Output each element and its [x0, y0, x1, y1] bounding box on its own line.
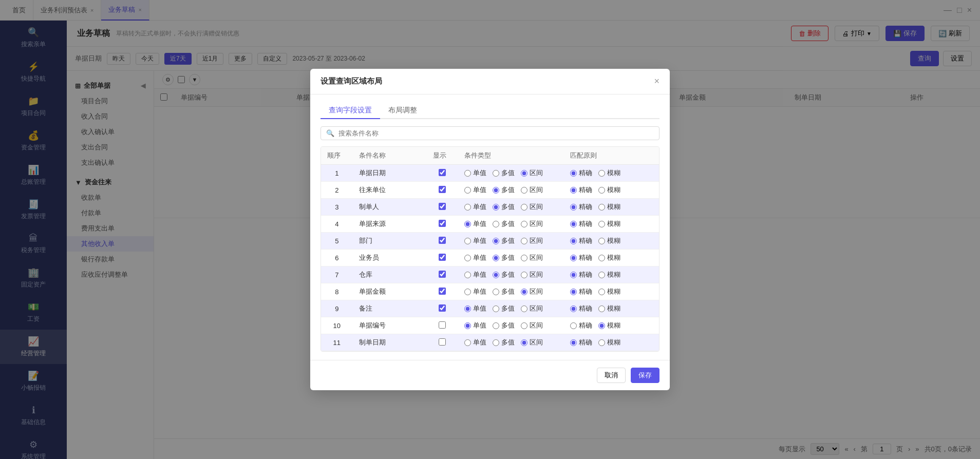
radio-type-input[interactable] [493, 339, 499, 346]
radio-match-input[interactable] [570, 339, 577, 346]
radio-type-input[interactable] [464, 204, 471, 211]
radio-type-多值[interactable]: 多值 [493, 338, 515, 347]
modal-tab-fields[interactable]: 查询字段设置 [321, 103, 380, 119]
radio-match-精确[interactable]: 精确 [570, 338, 592, 347]
radio-type-input[interactable] [464, 339, 471, 346]
radio-type-区间[interactable]: 区间 [521, 338, 543, 347]
radio-match-input[interactable] [570, 238, 577, 244]
radio-type-单值[interactable]: 单值 [464, 304, 486, 313]
modal-tab-layout[interactable]: 布局调整 [380, 103, 425, 119]
radio-match-模糊[interactable]: 模糊 [598, 270, 620, 279]
radio-type-单值[interactable]: 单值 [464, 168, 486, 178]
radio-match-input[interactable] [570, 322, 577, 329]
radio-match-模糊[interactable]: 模糊 [598, 338, 620, 347]
radio-match-精确[interactable]: 精确 [570, 236, 592, 245]
radio-type-input[interactable] [464, 289, 471, 295]
radio-match-精确[interactable]: 精确 [570, 270, 592, 279]
radio-type-多值[interactable]: 多值 [493, 168, 515, 178]
radio-type-区间[interactable]: 区间 [521, 304, 543, 313]
radio-type-input[interactable] [464, 221, 471, 227]
radio-match-精确[interactable]: 精确 [570, 287, 592, 296]
radio-match-input[interactable] [570, 289, 577, 295]
radio-type-区间[interactable]: 区间 [521, 253, 543, 262]
radio-type-input[interactable] [521, 289, 527, 295]
radio-type-多值[interactable]: 多值 [493, 219, 515, 228]
radio-type-input[interactable] [464, 238, 471, 244]
radio-type-input[interactable] [493, 322, 499, 329]
radio-type-input[interactable] [493, 305, 499, 312]
radio-type-input[interactable] [493, 272, 499, 278]
radio-match-模糊[interactable]: 模糊 [598, 185, 620, 195]
radio-type-区间[interactable]: 区间 [521, 236, 543, 245]
radio-match-input[interactable] [598, 221, 605, 227]
radio-type-区间[interactable]: 区间 [521, 321, 543, 330]
radio-type-input[interactable] [493, 187, 499, 194]
row-show-checkbox[interactable] [439, 288, 446, 295]
row-show-checkbox[interactable] [439, 338, 446, 346]
radio-match-input[interactable] [570, 204, 577, 211]
row-show-checkbox[interactable] [439, 220, 446, 227]
radio-match-模糊[interactable]: 模糊 [598, 287, 620, 296]
modal-save-button[interactable]: 保存 [631, 368, 659, 383]
radio-type-区间[interactable]: 区间 [521, 270, 543, 279]
radio-match-input[interactable] [570, 170, 577, 177]
radio-type-input[interactable] [521, 339, 527, 346]
radio-type-多值[interactable]: 多值 [493, 202, 515, 212]
radio-match-input[interactable] [570, 221, 577, 227]
radio-match-模糊[interactable]: 模糊 [598, 321, 620, 330]
radio-match-input[interactable] [598, 170, 605, 177]
radio-type-单值[interactable]: 单值 [464, 185, 486, 195]
radio-match-input[interactable] [570, 305, 577, 312]
modal-search-input[interactable] [338, 129, 451, 137]
radio-type-input[interactable] [464, 255, 471, 261]
radio-type-input[interactable] [493, 255, 499, 261]
radio-type-单值[interactable]: 单值 [464, 321, 486, 330]
radio-type-单值[interactable]: 单值 [464, 219, 486, 228]
radio-type-多值[interactable]: 多值 [493, 321, 515, 330]
radio-type-区间[interactable]: 区间 [521, 185, 543, 195]
radio-type-input[interactable] [493, 221, 499, 227]
radio-type-单值[interactable]: 单值 [464, 202, 486, 212]
radio-type-input[interactable] [521, 238, 527, 244]
radio-match-模糊[interactable]: 模糊 [598, 253, 620, 262]
radio-type-input[interactable] [521, 272, 527, 278]
radio-type-input[interactable] [521, 221, 527, 227]
radio-match-精确[interactable]: 精确 [570, 168, 592, 178]
radio-type-input[interactable] [521, 305, 527, 312]
radio-type-input[interactable] [521, 170, 527, 177]
radio-match-input[interactable] [570, 187, 577, 194]
radio-match-精确[interactable]: 精确 [570, 202, 592, 212]
radio-type-input[interactable] [521, 255, 527, 261]
radio-match-精确[interactable]: 精确 [570, 219, 592, 228]
radio-match-input[interactable] [598, 255, 605, 261]
radio-type-区间[interactable]: 区间 [521, 168, 543, 178]
radio-match-input[interactable] [598, 238, 605, 244]
row-show-checkbox[interactable] [439, 321, 446, 329]
radio-type-input[interactable] [521, 187, 527, 194]
radio-match-精确[interactable]: 精确 [570, 253, 592, 262]
row-show-checkbox[interactable] [439, 271, 446, 278]
row-show-checkbox[interactable] [439, 203, 446, 210]
radio-match-模糊[interactable]: 模糊 [598, 202, 620, 212]
radio-type-单值[interactable]: 单值 [464, 270, 486, 279]
row-show-checkbox[interactable] [439, 254, 446, 261]
radio-type-多值[interactable]: 多值 [493, 185, 515, 195]
radio-type-单值[interactable]: 单值 [464, 287, 486, 296]
radio-match-精确[interactable]: 精确 [570, 304, 592, 313]
radio-match-模糊[interactable]: 模糊 [598, 236, 620, 245]
radio-type-input[interactable] [464, 322, 471, 329]
radio-type-input[interactable] [464, 170, 471, 177]
modal-cancel-button[interactable]: 取消 [597, 368, 626, 383]
radio-type-多值[interactable]: 多值 [493, 304, 515, 313]
radio-type-多值[interactable]: 多值 [493, 236, 515, 245]
radio-type-input[interactable] [493, 238, 499, 244]
radio-match-精确[interactable]: 精确 [570, 185, 592, 195]
row-show-checkbox[interactable] [439, 186, 446, 193]
radio-match-input[interactable] [598, 272, 605, 278]
radio-match-模糊[interactable]: 模糊 [598, 168, 620, 178]
radio-type-input[interactable] [464, 305, 471, 312]
radio-type-input[interactable] [493, 204, 499, 211]
radio-type-多值[interactable]: 多值 [493, 270, 515, 279]
radio-match-input[interactable] [598, 289, 605, 295]
radio-match-input[interactable] [598, 339, 605, 346]
